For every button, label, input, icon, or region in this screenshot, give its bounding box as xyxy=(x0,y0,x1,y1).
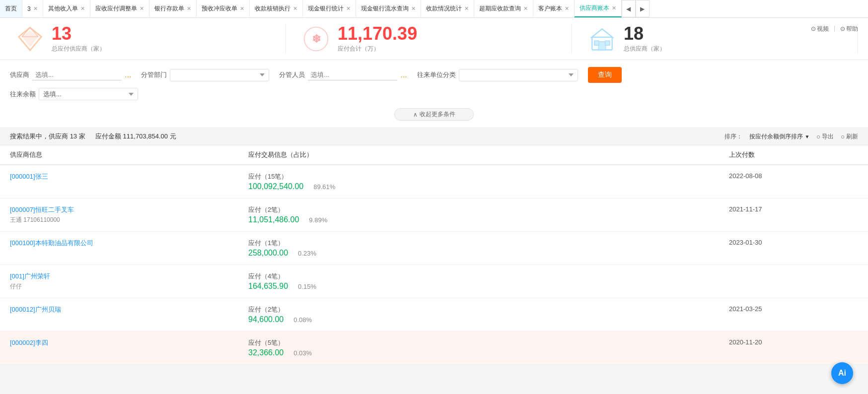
supplier-link[interactable]: [000100]本特勤油品有限公司 xyxy=(10,239,93,247)
nav-cash-bank-stat[interactable]: 现金银行统计 ✕ xyxy=(303,0,356,17)
stat-suppliers-info: 18 总供应商（家） xyxy=(624,25,665,53)
supplier-link[interactable]: [000001]张三 xyxy=(10,173,48,180)
nav-bank-deposit[interactable]: 银行存款单 ✕ xyxy=(149,0,197,17)
trans-amount: 164,635.90 xyxy=(248,282,288,291)
nav-tab3[interactable]: 3 ✕ xyxy=(22,0,43,17)
divider: | xyxy=(834,25,835,33)
balance-filter-select[interactable]: 选填... xyxy=(39,88,138,100)
table-row[interactable]: [000002]李四 应付（5笔） 32,366.00 0.03% 2020-1… xyxy=(0,331,868,365)
balance-filter-label: 往来余额 xyxy=(10,90,36,99)
store-icon xyxy=(587,24,617,54)
result-info: 搜索结果中，供应商 13 家 应付金额 111,703,854.00 元 xyxy=(10,132,176,141)
nav-cash-flow-query[interactable]: 现金银行流水查询 ✕ xyxy=(356,0,421,17)
video-link[interactable]: ⊙视频 xyxy=(811,25,829,33)
close-icon[interactable]: ✕ xyxy=(140,5,144,12)
refresh-icon: ○ xyxy=(841,133,845,140)
supplier-link[interactable]: [000007]恒旺二手叉车 xyxy=(10,206,74,213)
export-button[interactable]: ○ 导出 xyxy=(816,132,834,141)
nav-next-button[interactable]: ▶ xyxy=(636,0,650,17)
category-filter-select[interactable] xyxy=(459,69,578,81)
result-amount-unit: 元 xyxy=(170,132,176,140)
supplier-sub: 王通 17106110000 xyxy=(10,216,248,224)
collapse-button[interactable]: ∧ 收起更多条件 xyxy=(394,108,474,121)
close-icon[interactable]: ✕ xyxy=(565,5,569,12)
close-icon[interactable]: ✕ xyxy=(293,5,297,12)
help-link[interactable]: ⊙帮助 xyxy=(840,25,858,33)
close-icon[interactable]: ✕ xyxy=(346,5,351,12)
trans-amount: 100,092,540.00 xyxy=(248,182,303,191)
nav-ar-ap-adjust[interactable]: 应收应付调整单 ✕ xyxy=(90,0,149,17)
close-icon[interactable]: ✕ xyxy=(187,5,191,12)
table-header: 供应商信息 应付交易信息（占比） 上次付数 xyxy=(0,145,868,165)
nav-ar-ap-adjust-label: 应收应付调整单 xyxy=(95,4,137,13)
filter-balance: 往来余额 选填... xyxy=(10,88,138,100)
nav-other-income[interactable]: 其他收入单 ✕ xyxy=(43,0,90,17)
filter-person: 分管人员 ... xyxy=(279,69,407,80)
data-table: 供应商信息 应付交易信息（占比） 上次付数 [000001]张三 应付（15笔）… xyxy=(0,145,868,365)
person-filter-input[interactable] xyxy=(308,69,397,80)
dept-filter-label: 分管部门 xyxy=(141,70,167,79)
trans-label: 应付（1笔） xyxy=(248,239,729,248)
supplier-info-col: [000012]广州贝瑞 xyxy=(10,305,248,314)
table-row[interactable]: [000100]本特勤油品有限公司 应付（1笔） 258,000.00 0.23… xyxy=(0,232,868,265)
person-filter-dots[interactable]: ... xyxy=(400,70,407,79)
close-icon[interactable]: ✕ xyxy=(612,5,616,11)
filter-dept: 分管部门 xyxy=(141,69,269,81)
dept-filter-select[interactable] xyxy=(170,69,269,81)
table-row[interactable]: [000012]广州贝瑞 应付（2笔） 94,600.00 0.08% 2021… xyxy=(0,298,868,331)
nav-customer-ledger-label: 客户账本 xyxy=(538,4,562,13)
close-icon[interactable]: ✕ xyxy=(80,5,85,12)
close-icon[interactable]: ✕ xyxy=(33,5,38,12)
nav-receipt-stat[interactable]: 收款情况统计 ✕ xyxy=(421,0,474,17)
supplier-link[interactable]: [000012]广州贝瑞 xyxy=(10,306,61,313)
close-icon[interactable]: ✕ xyxy=(240,5,244,12)
supplier-info-col: [000100]本特勤油品有限公司 xyxy=(10,239,248,248)
nav-overdue-query[interactable]: 超期应收款查询 ✕ xyxy=(474,0,533,17)
nav-supplier-ledger-label: 供应商账本 xyxy=(579,4,609,12)
supplier-filter-input[interactable] xyxy=(32,69,122,80)
svg-marker-1 xyxy=(22,31,38,47)
stat-total-ap-amount: ❄ 11,170.39 应付合计（万） xyxy=(286,24,572,54)
table-row[interactable]: [000001]张三 应付（15笔） 100,092,540.00 89.61%… xyxy=(0,165,868,198)
th-transaction: 应付交易信息（占比） xyxy=(248,150,729,159)
nav-cash-flow-query-label: 现金银行流水查询 xyxy=(361,4,409,13)
nav-receipt-exec[interactable]: 收款核销执行 ✕ xyxy=(250,0,303,17)
refresh-button[interactable]: ○ 刷新 xyxy=(841,132,858,141)
supplier-link[interactable]: [001]广州荣轩 xyxy=(10,272,50,280)
diamond-icon xyxy=(15,24,45,54)
stats-bar: 13 总应付供应商（家） ❄ 11,170.39 应付合计（万） xyxy=(0,18,868,60)
result-count-unit: 家 xyxy=(79,132,85,140)
table-row[interactable]: [001]广州荣轩 仔仔 应付（4笔） 164,635.90 0.15% xyxy=(0,265,868,298)
svg-rect-8 xyxy=(598,42,606,50)
export-label: 导出 xyxy=(822,132,834,141)
ai-button[interactable]: Ai xyxy=(831,362,853,384)
supplier-link[interactable]: [000002]李四 xyxy=(10,339,48,346)
stat-ap-suppliers-number: 13 xyxy=(52,25,105,43)
supplier-filter-dots[interactable]: ... xyxy=(125,70,131,79)
nav-prev-button[interactable]: ◀ xyxy=(622,0,636,17)
nav-prepay-ar[interactable]: 预收冲应收单 ✕ xyxy=(197,0,250,17)
table-row[interactable]: [000007]恒旺二手叉车 王通 17106110000 应付（2笔） 11,… xyxy=(0,198,868,232)
transaction-col: 应付（15笔） 100,092,540.00 89.61% xyxy=(248,172,729,191)
transaction-col: 应付（2笔） 11,051,486.00 9.89% xyxy=(248,205,729,224)
sort-arrow-icon: ▼ xyxy=(804,134,809,139)
supplier-sub: 仔仔 xyxy=(10,282,248,291)
close-icon[interactable]: ✕ xyxy=(464,5,469,12)
nav-customer-ledger[interactable]: 客户账本 ✕ xyxy=(533,0,575,17)
close-icon[interactable]: ✕ xyxy=(523,5,528,12)
supplier-info-col: [000001]张三 xyxy=(10,172,248,181)
supplier-info-col: [000007]恒旺二手叉车 王通 17106110000 xyxy=(10,205,248,224)
nav-home[interactable]: 首页 xyxy=(0,0,22,17)
result-amount-prefix: 应付金额 xyxy=(95,132,121,140)
nav-other-income-label: 其他收入单 xyxy=(48,4,78,13)
category-filter-label: 往来单位分类 xyxy=(417,70,456,79)
close-icon[interactable]: ✕ xyxy=(411,5,416,12)
nav-supplier-ledger[interactable]: 供应商账本 ✕ xyxy=(575,0,622,17)
sort-select[interactable]: 按应付余额倒序排序 ▼ xyxy=(749,132,809,141)
trans-pct: 0.15% xyxy=(298,283,316,290)
query-button[interactable]: 查询 xyxy=(588,67,622,83)
trans-label: 应付（2笔） xyxy=(248,305,729,314)
trans-pct: 0.23% xyxy=(298,250,316,257)
stat-ap-suppliers-info: 13 总应付供应商（家） xyxy=(52,25,105,53)
nav-home-label: 首页 xyxy=(5,4,17,13)
